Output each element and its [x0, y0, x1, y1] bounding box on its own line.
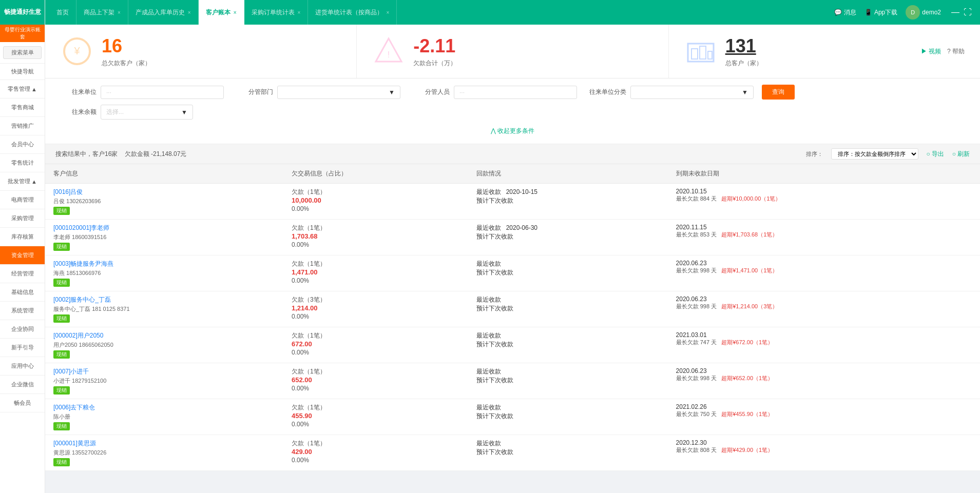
sidebar-item-retail-mgmt[interactable]: 零售管理 ▲ [0, 80, 45, 98]
video-button[interactable]: ▶ 视频 [921, 47, 941, 56]
overdue-link-2[interactable]: 超期¥1,471.00（1笔） [721, 267, 778, 273]
tab-home[interactable]: 首页 [49, 0, 76, 25]
last-collect-label-6: 最近收款 [476, 404, 501, 411]
customer-name-5[interactable]: [0007]小进千 [53, 368, 89, 375]
filter-unit-input[interactable]: ··· [101, 86, 224, 99]
cell-collection-6: 最近收款 预计下次收款 [468, 399, 668, 435]
sidebar-item-appstore[interactable]: 应用中心 [0, 357, 45, 376]
sidebar-item-collab[interactable]: 企业协同 [0, 320, 45, 339]
tab-customer-account[interactable]: 客户账本 × [199, 0, 244, 25]
sidebar-item-wechat[interactable]: 企业微信 [0, 376, 45, 394]
overdue-link-4[interactable]: 超期¥672.00（1笔） [721, 339, 773, 345]
cell-due-6: 2021.02.26 最长欠款 750 天 超期¥455.90（1笔） [668, 399, 980, 435]
customer-name-3[interactable]: [0002]服务中心_丁磊 [53, 296, 111, 303]
sidebar-item-basic-info[interactable]: 基础信息 [0, 283, 45, 302]
overdue-link-5[interactable]: 超期¥652.00（1笔） [721, 375, 773, 381]
cell-customer-6: [0006]去下粮仓 陈小册 现销 [45, 399, 283, 435]
overdue-link-6[interactable]: 超期¥455.90（1笔） [721, 411, 773, 417]
tab-close-purchase[interactable]: × [298, 10, 301, 15]
sidebar-item-finance[interactable]: 资金管理 [0, 246, 45, 265]
sidebar-item-system[interactable]: 系统管理 [0, 302, 45, 320]
filter-balance-select[interactable]: 选择... ▼ [101, 105, 193, 120]
tab-purchase-stats[interactable]: 采购订单统计表 × [244, 0, 309, 25]
overdue-link-7[interactable]: 超期¥429.00（1笔） [721, 447, 773, 453]
sidebar-item-wholesale-mgmt[interactable]: 批发管理 ▲ [0, 172, 45, 191]
collapse-filters-button[interactable]: ⋀ 收起更多条件 [55, 125, 970, 137]
customer-name-6[interactable]: [0006]去下粮仓 [53, 404, 95, 411]
filter-unit-type-select[interactable]: ▼ [630, 86, 754, 99]
debt-amount-1[interactable]: 1,703.68 [292, 232, 460, 240]
debt-amount-5[interactable]: 652.00 [292, 376, 460, 384]
maximize-button[interactable]: ⛶ [964, 8, 972, 17]
customer-name-1[interactable]: [0001020001]李老师 [53, 224, 109, 231]
overdue-link-0[interactable]: 超期¥10,000.00（1笔） [721, 195, 781, 202]
tab-inbound-stats[interactable]: 进货单统计表（按商品） × [308, 0, 397, 25]
cell-collection-1: 最近收款 2020-06-30 预计下次收款 [468, 220, 668, 255]
debt-amount-2[interactable]: 1,471.00 [292, 268, 460, 276]
table-row: [0001020001]李老师 李老师 18600391516 现销 欠款（1笔… [45, 220, 980, 255]
cell-due-4: 2021.03.01 最长欠款 747 天 超期¥672.00（1笔） [668, 327, 980, 363]
app-download-button[interactable]: 📱 App下载 [864, 8, 897, 17]
debt-amount-6[interactable]: 455.90 [292, 412, 460, 420]
debt-amount-0[interactable]: 10,000.00 [292, 196, 460, 204]
overdue-link-3[interactable]: 超期¥1,214.00（3笔） [721, 303, 778, 309]
sort-select[interactable]: 排序：按欠款金额倒序排序 [831, 148, 918, 160]
customer-tag-0: 现销 [53, 207, 70, 215]
tab-inbound-history[interactable]: 产成品入库单历史 × [128, 0, 199, 25]
customer-tag-4: 现销 [53, 350, 70, 359]
debt-amount-7[interactable]: 429.00 [292, 448, 460, 456]
overdue-link-1[interactable]: 超期¥1,703.68（1笔） [721, 231, 778, 238]
sidebar-item-guide[interactable]: 新手引导 [0, 339, 45, 357]
refresh-button[interactable]: ○ 刷新 [952, 150, 970, 159]
refresh-icon: ○ [952, 150, 956, 157]
customer-tag-5: 现销 [53, 386, 70, 395]
sidebar-item-member2[interactable]: 畅会员 [0, 394, 45, 412]
search-menu-button[interactable]: 搜索菜单 [3, 46, 42, 59]
due-date-6: 2021.02.26 [676, 403, 972, 410]
sidebar-item-member[interactable]: 会员中心 [0, 135, 45, 154]
cell-customer-4: [000002]用户2050 用户2050 18665062050 现销 [45, 327, 283, 363]
sidebar-item-ecommerce[interactable]: 电商管理 [0, 191, 45, 209]
customer-name-7[interactable]: [000001]黄思源 [53, 440, 96, 447]
customer-name-2[interactable]: [0003]畅捷服务尹海燕 [53, 260, 113, 267]
tab-close-customer[interactable]: × [234, 10, 237, 15]
svg-rect-7 [708, 51, 712, 59]
export-button[interactable]: ○ 导出 [927, 150, 944, 159]
sidebar-item-purchase[interactable]: 采购管理 [0, 209, 45, 228]
logo-line1: 畅捷通好生意 [4, 8, 41, 16]
sidebar-item-retail-stats[interactable]: 零售统计 [0, 154, 45, 172]
customer-name-0[interactable]: [0016]吕俊 [53, 188, 83, 195]
debt-percent-2: 0.00% [292, 277, 460, 284]
tab-close-inbound[interactable]: × [188, 10, 191, 15]
next-collect-label-0: 预计下次收款 [476, 196, 660, 205]
tab-close-inbound-stats[interactable]: × [386, 10, 389, 15]
next-collect-label-3: 预计下次收款 [476, 304, 660, 313]
debt-amount-4[interactable]: 672.00 [292, 340, 460, 348]
debt-amount-3[interactable]: 1,214.00 [292, 304, 460, 312]
customer-table: 客户信息 欠交易信息（占比） 回款情况 到期未收款日期 [0016]吕俊 吕俊 … [45, 164, 980, 471]
customer-name-4[interactable]: [000002]用户2050 [53, 332, 103, 339]
cell-due-2: 2020.06.23 最长欠款 998 天 超期¥1,471.00（1笔） [668, 255, 980, 291]
help-button[interactable]: ? 帮助 [947, 47, 965, 56]
debt-label-1: 欠款（1笔） [292, 224, 460, 232]
sidebar-item-operations[interactable]: 经营管理 [0, 265, 45, 283]
filter-person-input[interactable]: ··· [454, 86, 577, 99]
table-header-row: 客户信息 欠交易信息（占比） 回款情况 到期未收款日期 [45, 164, 980, 184]
table-row: [0007]小进千 小进千 18279152100 现销 欠款（1笔） 652.… [45, 363, 980, 399]
sidebar-item-marketing[interactable]: 营销推广 [0, 117, 45, 135]
tab-product-listing[interactable]: 商品上下架 × [76, 0, 128, 25]
user-profile-button[interactable]: D demo2 [906, 5, 941, 19]
table-row: [000002]用户2050 用户2050 18665062050 现销 欠款（… [45, 327, 980, 363]
download-icon: 📱 [864, 9, 872, 16]
minimize-button[interactable]: — [951, 8, 959, 17]
sidebar-item-inventory[interactable]: 库存核算 [0, 228, 45, 246]
next-collect-label-5: 预计下次收款 [476, 376, 660, 385]
avatar: D [906, 5, 920, 19]
sidebar-item-retail-store[interactable]: 零售商城 [0, 98, 45, 117]
tab-close-product[interactable]: × [118, 10, 121, 15]
table-row: [0016]吕俊 吕俊 13026203696 现销 欠款（1笔） 10,000… [45, 184, 980, 220]
filter-dept-select[interactable]: ▼ [277, 86, 400, 99]
message-button[interactable]: 💬 消息 [834, 8, 856, 17]
search-button[interactable]: 查询 [762, 85, 795, 100]
customer-tag-6: 现销 [53, 422, 70, 430]
